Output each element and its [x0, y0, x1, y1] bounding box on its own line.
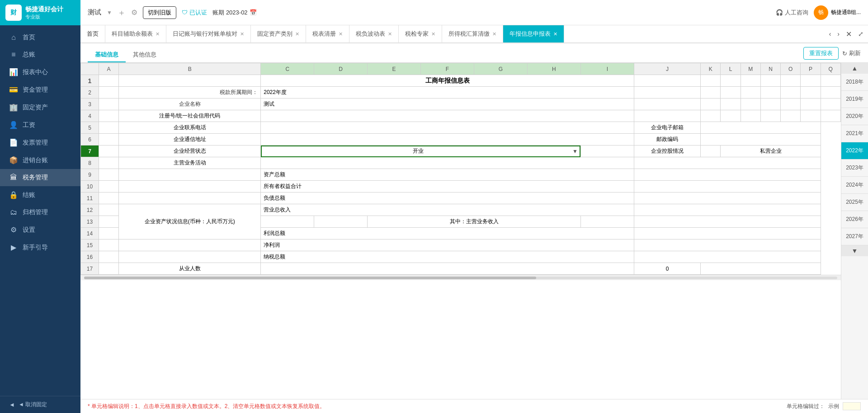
cell-11-J[interactable]	[634, 192, 821, 204]
cell-13-C[interactable]	[261, 216, 314, 228]
cell-10-J[interactable]	[634, 181, 821, 192]
cell-2-A[interactable]	[99, 87, 119, 99]
cell-13-I[interactable]	[580, 216, 634, 228]
tab-fixed-asset[interactable]: 固定资产类别 ✕	[251, 25, 306, 42]
cell-2-K[interactable]	[701, 87, 721, 99]
sidebar-item-archive[interactable]: 🗂 归档管理	[0, 204, 80, 221]
cell-13-E[interactable]: 其中：主营业务收入	[368, 216, 581, 228]
cell-7-A[interactable]	[99, 145, 119, 157]
cell-2-J[interactable]	[634, 87, 700, 99]
year-item-2024[interactable]: 2024年	[841, 177, 868, 194]
tab-bank[interactable]: 日记账与银行对账单核对 ✕	[166, 25, 251, 42]
cell-5-A[interactable]	[99, 122, 119, 134]
cell-1-Q[interactable]	[821, 75, 840, 87]
tab-expand-btn[interactable]: ⤢	[855, 28, 866, 39]
topbar-add-btn[interactable]: ＋	[118, 7, 126, 18]
cell-6-B[interactable]: 企业通信地址	[119, 134, 261, 145]
cell-14-A[interactable]	[99, 228, 119, 239]
year-item-2020[interactable]: 2020年	[841, 108, 868, 125]
cell-13-J[interactable]	[634, 216, 821, 228]
cell-12-J[interactable]	[634, 204, 821, 216]
cell-4-O[interactable]	[781, 110, 801, 122]
cell-7-I[interactable]	[580, 145, 634, 157]
year-item-2027[interactable]: 2027年	[841, 228, 868, 245]
cell-2-C[interactable]: 2022年度	[261, 87, 634, 99]
cell-2-N[interactable]	[760, 87, 780, 99]
cell-4-L[interactable]	[721, 110, 741, 122]
year-item-2018[interactable]: 2018年	[841, 74, 868, 91]
cell-13-A[interactable]	[99, 216, 119, 228]
year-item-2023[interactable]: 2023年	[841, 160, 868, 177]
cell-2-Q[interactable]	[821, 87, 840, 99]
cell-3-J[interactable]	[634, 99, 700, 110]
switch-version-button[interactable]: 切到旧版	[143, 6, 176, 19]
cell-3-M[interactable]	[741, 99, 760, 110]
cell-2-L[interactable]	[721, 87, 741, 99]
cell-1-P[interactable]	[801, 75, 821, 87]
cell-6-K[interactable]	[701, 134, 821, 145]
cell-9-B[interactable]	[119, 169, 261, 181]
cell-2-M[interactable]	[741, 87, 760, 99]
reset-report-button[interactable]: 重置报表	[803, 47, 839, 60]
cell-10-B[interactable]	[119, 181, 261, 192]
cell-3-L[interactable]	[721, 99, 741, 110]
cell-15-J[interactable]	[634, 239, 821, 251]
subtab-basic[interactable]: 基础信息	[88, 48, 126, 62]
cell-16-B[interactable]	[119, 251, 261, 263]
sidebar-item-close[interactable]: 🔒 结账	[0, 186, 80, 204]
cell-12-B-merged[interactable]: 企业资产状况信息(币种：人民币万元)	[119, 204, 261, 239]
tab-close-all-btn[interactable]: ✕	[843, 28, 854, 40]
year-item-2026[interactable]: 2026年	[841, 211, 868, 228]
cell-5-C[interactable]	[261, 122, 634, 134]
year-panel-down-arrow[interactable]: ▼	[841, 245, 868, 256]
tab-tax-wave[interactable]: 税负波动表 ✕	[349, 25, 399, 42]
tab-annual-close[interactable]: ✕	[553, 31, 557, 37]
topbar-user[interactable]: 畅 畅捷通B组...	[814, 5, 861, 20]
cell-10-C[interactable]: 所有者权益合计	[261, 181, 634, 192]
cell-6-C[interactable]	[261, 134, 634, 145]
spreadsheet-main[interactable]: A B C D E F G H I J K L M	[80, 63, 841, 399]
cell-1-title[interactable]: 工商年报信息表	[261, 75, 634, 87]
cell-5-B[interactable]: 企业联系电话	[119, 122, 261, 134]
tab-home[interactable]: 首页	[80, 25, 105, 42]
cell-8-J[interactable]	[634, 157, 821, 169]
cell-7-C-dropdown[interactable]: 开业 ▼	[261, 145, 581, 157]
cell-1-O[interactable]	[781, 75, 801, 87]
cell-7-J[interactable]: 企业控股情况	[634, 145, 700, 157]
topbar-dropdown-arrow[interactable]: ▼	[107, 9, 112, 16]
cell-11-B[interactable]	[119, 192, 261, 204]
year-panel-up-arrow[interactable]: ▲	[841, 63, 868, 74]
cell-14-J[interactable]	[634, 228, 821, 239]
cell-9-C[interactable]: 资产总额	[261, 169, 634, 181]
cell-4-B[interactable]: 注册号/统一社会信用代码	[119, 110, 261, 122]
cell-1-A[interactable]	[99, 75, 119, 87]
cell-8-C[interactable]	[261, 157, 634, 169]
cell-16-A[interactable]	[99, 251, 119, 263]
cell-11-A[interactable]	[99, 192, 119, 204]
cell-4-A[interactable]	[99, 110, 119, 122]
tab-prev-btn[interactable]: ‹	[826, 28, 834, 39]
cell-8-B[interactable]: 主营业务活动	[119, 157, 261, 169]
cell-14-C[interactable]: 利润总额	[261, 228, 634, 239]
cell-12-C[interactable]: 营业总收入	[261, 204, 634, 216]
sidebar-item-tax[interactable]: 🏛 税务管理	[0, 169, 80, 186]
sidebar-item-home[interactable]: ⌂ 首页	[0, 29, 80, 46]
cell-1-B[interactable]	[119, 75, 261, 87]
cell-9-A[interactable]	[99, 169, 119, 181]
cell-12-A[interactable]	[99, 204, 119, 216]
tab-bank-close[interactable]: ✕	[240, 31, 244, 37]
cell-2-B[interactable]: 税款所属期间：	[119, 87, 261, 99]
cell-16-C[interactable]: 纳税总额	[261, 251, 634, 263]
year-item-2019[interactable]: 2019年	[841, 91, 868, 108]
sidebar-item-ledger[interactable]: ≡ 总账	[0, 46, 80, 63]
cell-4-N[interactable]	[760, 110, 780, 122]
cell-17-J[interactable]: 0	[634, 263, 700, 275]
year-item-2025[interactable]: 2025年	[841, 194, 868, 211]
cell-3-N[interactable]	[760, 99, 780, 110]
cell-2-O[interactable]	[781, 87, 801, 99]
year-item-2022[interactable]: 2022年	[841, 142, 868, 160]
tab-income-tax[interactable]: 所得税汇算清缴 ✕	[442, 25, 503, 42]
tab-tax-table-close[interactable]: ✕	[339, 31, 343, 37]
cell-2-P[interactable]	[801, 87, 821, 99]
cell-15-B[interactable]	[119, 239, 261, 251]
